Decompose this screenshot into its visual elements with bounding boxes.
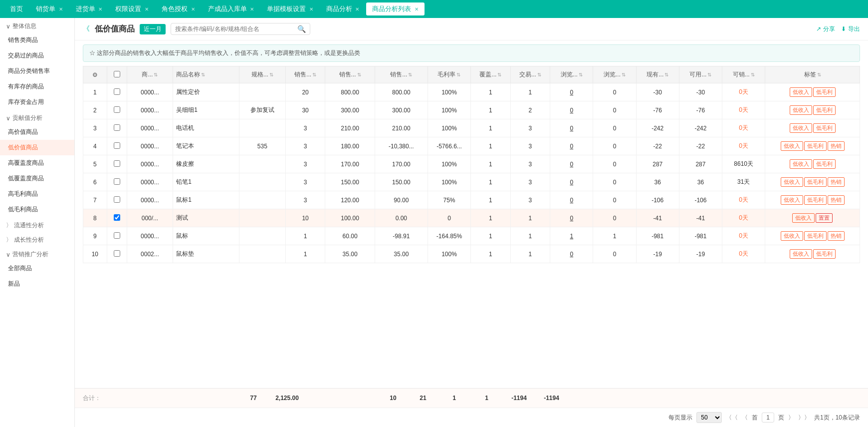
row-browse1[interactable]: 1 — [550, 227, 593, 245]
col-browse2-header[interactable]: 浏览...⇅ — [593, 66, 636, 83]
nav-inventory[interactable]: 产成品入库单 ✕ — [202, 2, 260, 15]
row-browse1[interactable]: 0 — [550, 245, 593, 263]
nav-permissions[interactable]: 权限设置 ✕ — [109, 2, 155, 15]
browse1-link[interactable]: 0 — [570, 179, 573, 186]
row-select[interactable] — [114, 160, 120, 167]
browse1-link[interactable]: 0 — [570, 197, 573, 204]
search-icon[interactable]: 🔍 — [297, 25, 306, 33]
col-settings[interactable]: ⚙ — [83, 66, 107, 83]
col-browse1-header[interactable]: 浏览...⇅ — [550, 66, 593, 83]
row-select[interactable] — [114, 124, 120, 131]
nav-close-goods-list[interactable]: ✕ — [415, 6, 419, 12]
row-browse1[interactable]: 0 — [550, 155, 593, 173]
row-select[interactable] — [114, 232, 120, 239]
search-input[interactable] — [175, 25, 295, 32]
col-spec-header[interactable]: 规格...⇅ — [239, 66, 285, 83]
export-button[interactable]: ⬇ 导出 — [841, 25, 860, 33]
row-checkbox[interactable] — [107, 119, 127, 137]
sidebar-collapse-button[interactable]: 《 — [83, 24, 90, 33]
browse1-link[interactable]: 0 — [570, 107, 573, 114]
sidebar-item-low-coverage[interactable]: 低覆盖度商品 — [0, 171, 74, 186]
row-checkbox[interactable] — [107, 227, 127, 245]
nav-goods-analysis[interactable]: 商品分析 ✕ — [320, 2, 366, 15]
page-first-btn[interactable]: 〈〈 — [726, 414, 738, 422]
row-browse1[interactable]: 0 — [550, 173, 593, 191]
row-select[interactable] — [114, 178, 120, 185]
row-checkbox[interactable] — [107, 155, 127, 173]
col-check[interactable] — [107, 66, 127, 83]
row-browse1[interactable]: 0 — [550, 191, 593, 209]
nav-sales[interactable]: 销货单 ✕ — [30, 2, 69, 15]
row-select[interactable] — [114, 106, 120, 113]
col-cover-header[interactable]: 覆盖...⇅ — [471, 66, 511, 83]
sidebar-group-liquidity[interactable]: 〉 流通性分析 — [0, 217, 74, 232]
col-saleable-header[interactable]: 可销...⇅ — [722, 66, 765, 83]
sidebar-group-marketing[interactable]: ∨ 营销推广分析 — [0, 246, 74, 261]
browse1-link[interactable]: 0 — [570, 143, 573, 150]
browse1-link[interactable]: 0 — [570, 125, 573, 132]
row-select[interactable] — [114, 142, 120, 149]
col-tag-header[interactable]: 标签⇅ — [765, 66, 860, 83]
sidebar-group-contribution[interactable]: ∨ 贡献值分析 — [0, 110, 74, 124]
row-select[interactable] — [114, 250, 120, 257]
col-trade-header[interactable]: 交易...⇅ — [510, 66, 550, 83]
row-select[interactable] — [114, 88, 120, 95]
nav-close-template[interactable]: ✕ — [309, 6, 313, 12]
browse1-link[interactable]: 0 — [570, 89, 573, 96]
row-browse1[interactable]: 0 — [550, 101, 593, 119]
col-stock-header[interactable]: 现有...⇅ — [636, 66, 679, 83]
per-page-select[interactable]: 50 100 200 — [696, 412, 722, 423]
sidebar-item-all-goods[interactable]: 全部商品 — [0, 261, 74, 276]
nav-close-permissions[interactable]: ✕ — [145, 6, 149, 12]
nav-goods-list[interactable]: 商品分析列表 ✕ — [366, 2, 425, 15]
col-code-header[interactable]: 商...⇅ — [127, 66, 173, 83]
page-current[interactable]: 1 — [762, 413, 774, 423]
sidebar-item-low-value[interactable]: 低价值商品 — [0, 140, 74, 155]
row-browse1[interactable]: 0 — [550, 137, 593, 155]
row-checkbox[interactable] — [107, 245, 127, 263]
col-avail-header[interactable]: 可用...⇅ — [679, 66, 722, 83]
browse1-link[interactable]: 0 — [570, 161, 573, 168]
nav-roles[interactable]: 角色授权 ✕ — [156, 2, 201, 15]
sidebar-item-high-margin[interactable]: 高毛利商品 — [0, 186, 74, 202]
nav-template[interactable]: 单据模板设置 ✕ — [261, 2, 319, 15]
sidebar-item-sales-goods[interactable]: 销售类商品 — [0, 32, 74, 48]
sidebar-group-growth[interactable]: 〉 成长性分析 — [0, 232, 74, 246]
row-select[interactable] — [114, 196, 120, 203]
page-next-btn[interactable]: 〉 — [788, 414, 794, 422]
nav-purchase[interactable]: 进货单 ✕ — [70, 2, 109, 15]
nav-home[interactable]: 首页 — [4, 2, 29, 15]
browse1-link[interactable]: 0 — [570, 251, 573, 258]
col-name-header[interactable]: 商品名称⇅ — [173, 66, 239, 83]
nav-close-roles[interactable]: ✕ — [191, 6, 195, 12]
col-sales-total-header[interactable]: 销售...⇅ — [375, 66, 428, 83]
nav-close-inventory[interactable]: ✕ — [250, 6, 254, 12]
sidebar-item-traded-goods[interactable]: 交易过的商品 — [0, 48, 74, 63]
row-checkbox[interactable] — [107, 83, 127, 101]
col-sales-qty-header[interactable]: 销售...⇅ — [285, 66, 325, 83]
nav-close-goods-analysis[interactable]: ✕ — [355, 6, 359, 12]
row-checkbox[interactable] — [107, 191, 127, 209]
row-select[interactable] — [114, 214, 120, 221]
sidebar-item-category-rate[interactable]: 商品分类销售率 — [0, 63, 74, 79]
sidebar-group-overall[interactable]: ∨ 整体信息 — [0, 18, 74, 32]
row-checkbox[interactable] — [107, 209, 127, 227]
row-checkbox[interactable] — [107, 101, 127, 119]
row-browse1[interactable]: 0 — [550, 209, 593, 227]
nav-close-purchase[interactable]: ✕ — [98, 6, 102, 12]
page-last-btn[interactable]: 〉〉 — [798, 414, 810, 422]
sidebar-item-low-margin[interactable]: 低毛利商品 — [0, 202, 74, 217]
time-filter-badge[interactable]: 近一月 — [140, 24, 166, 34]
col-sales-price-header[interactable]: 销售...⇅ — [325, 66, 375, 83]
sidebar-item-high-coverage[interactable]: 高覆盖度商品 — [0, 155, 74, 171]
row-checkbox[interactable] — [107, 173, 127, 191]
page-prev-btn[interactable]: 〈 — [742, 414, 748, 422]
sidebar-item-capital[interactable]: 库存资金占用 — [0, 94, 74, 110]
share-button[interactable]: ↗ 分享 — [816, 25, 835, 33]
sidebar-item-stock-goods[interactable]: 有库存的商品 — [0, 79, 74, 94]
browse1-link[interactable]: 1 — [570, 233, 573, 240]
browse1-link[interactable]: 0 — [570, 215, 573, 222]
sidebar-item-high-value[interactable]: 高价值商品 — [0, 124, 74, 140]
select-all-checkbox[interactable] — [114, 71, 120, 77]
row-browse1[interactable]: 0 — [550, 83, 593, 101]
